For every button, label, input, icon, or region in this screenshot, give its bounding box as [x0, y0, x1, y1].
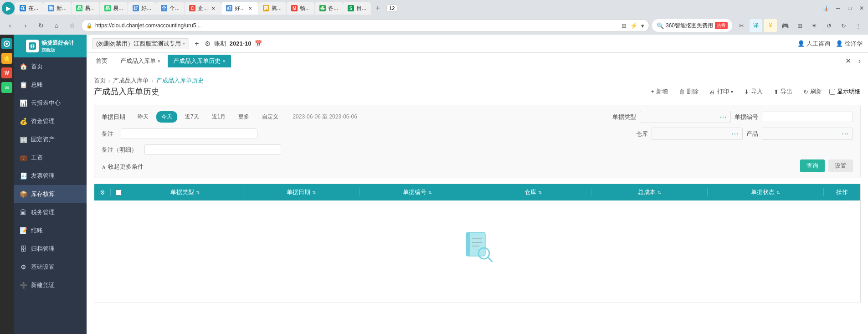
product-more-btn[interactable]: ⋯ — [842, 129, 849, 138]
user-avatar[interactable]: 👤 徐泽华 — [836, 40, 863, 48]
sidebar-item-payroll[interactable]: 💼 工资 — [14, 149, 87, 167]
type-select[interactable]: ⋯ — [640, 111, 731, 123]
add-button[interactable]: + 新增 — [647, 86, 672, 98]
tab-enterprise[interactable]: C 企... ✕ — [185, 2, 221, 15]
breadcrumb-home[interactable]: 首页 — [94, 77, 106, 85]
th-status[interactable]: 单据状态 ⇅ — [708, 188, 824, 196]
collapse-button[interactable]: ∧ 收起更多条件 — [102, 163, 144, 171]
tab-close-8[interactable]: ✕ — [247, 5, 253, 11]
export-button[interactable]: ⬆ 导出 — [770, 86, 796, 98]
tab-hao2[interactable]: 好 好... ✕ — [221, 2, 258, 15]
date-custom[interactable]: 自定义 — [257, 111, 283, 123]
number-filter-input[interactable] — [762, 112, 853, 122]
star-icon[interactable]: ⭐ — [1, 53, 12, 64]
display-checkbox-label[interactable]: 显示明细 — [829, 87, 861, 96]
th-type[interactable]: 单据类型 ⇅ — [127, 188, 243, 196]
back-circle[interactable]: ▶ — [2, 2, 15, 15]
th-total-cost[interactable]: 总成本 ⇅ — [591, 188, 708, 196]
page-tab-history[interactable]: 产成品入库单历史 × — [168, 55, 231, 67]
warehouse-select[interactable]: ⋯ — [652, 128, 743, 140]
date-1month[interactable]: 近1月 — [207, 111, 231, 123]
rotate-right-icon[interactable]: ↻ — [837, 19, 850, 32]
product-select[interactable]: ⋯ — [762, 128, 853, 140]
shirt-icon[interactable]: 👔 — [822, 4, 831, 13]
th-number[interactable]: 单据编号 ⇅ — [360, 188, 476, 196]
display-checkbox[interactable] — [829, 89, 835, 95]
sidebar-item-finance[interactable]: 💰 资金管理 — [14, 112, 87, 130]
tab-mu[interactable]: S 目... — [343, 2, 371, 15]
query-button[interactable]: 查询 — [800, 159, 825, 172]
more-icon[interactable]: ⋮ — [852, 19, 864, 32]
game-icon[interactable]: 🎮 — [779, 19, 791, 32]
delete-button[interactable]: 🗑 删除 — [675, 86, 702, 98]
tab-new[interactable]: 新 新... — [43, 2, 71, 15]
th-warehouse[interactable]: 仓库 ⇅ — [475, 188, 591, 196]
warehouse-more-btn[interactable]: ⋯ — [731, 129, 739, 138]
tab-hao1[interactable]: 好 好... — [128, 2, 156, 15]
refresh-button[interactable]: ↻ 刷新 — [800, 86, 826, 98]
sidebar-item-newbill[interactable]: ➕ 新建凭证 — [14, 276, 87, 294]
chevron-down-icon[interactable]: ▾ — [641, 22, 644, 29]
tab-chang[interactable]: M 畅... — [287, 2, 314, 15]
home-button[interactable]: ⌂ — [50, 19, 63, 32]
select-all-checkbox[interactable] — [116, 190, 122, 195]
tab-zaizai[interactable]: 在 在... — [15, 2, 43, 15]
th-settings[interactable]: ⚙ — [94, 189, 111, 196]
date-today[interactable]: 今天 — [156, 111, 177, 123]
sidebar-item-invoice[interactable]: 🧾 发票管理 — [14, 167, 87, 185]
sidebar-item-archive[interactable]: 🗄 归档管理 — [14, 240, 87, 258]
back-button[interactable]: ‹ — [4, 19, 16, 32]
tab-ge2[interactable]: 各 各... — [315, 2, 343, 15]
grid-icon[interactable]: ⊞ — [621, 22, 627, 29]
flash-icon[interactable]: ⚡ — [630, 22, 637, 29]
rotate-left-icon[interactable]: ↺ — [822, 19, 835, 32]
bookmark-button[interactable]: ☆ — [66, 19, 78, 32]
page-tab-list[interactable]: 产成品入库单 × — [115, 55, 166, 67]
type-more-btn[interactable]: ⋯ — [719, 113, 727, 121]
maximize-button[interactable]: □ — [845, 4, 854, 13]
minimize-button[interactable]: ─ — [833, 4, 842, 13]
layout-icon[interactable]: ⊞ — [793, 19, 806, 32]
tab-ge[interactable]: 个 个... — [156, 2, 184, 15]
mail-icon[interactable]: ✉ — [1, 82, 12, 93]
note-detail-filter-input[interactable] — [144, 144, 281, 155]
sidebar-item-tax[interactable]: 🏛 税务管理 — [14, 203, 87, 221]
date-more[interactable]: 更多 — [233, 111, 254, 123]
chanjet-icon[interactable] — [1, 38, 12, 49]
filter-settings-button[interactable]: 设置 — [828, 159, 853, 172]
print-button[interactable]: 🖨 打印 ▾ — [706, 86, 737, 98]
search-bar[interactable]: 🔍 360智能抠图免费用 热搜 — [652, 19, 732, 32]
user-service-button[interactable]: 👤 人工咨询 — [797, 40, 830, 48]
tab-teng[interactable]: 腾 腾... — [258, 2, 286, 15]
settings-button[interactable]: ⚙ — [205, 40, 211, 48]
panel-close-button[interactable]: ✕ — [842, 57, 855, 65]
add-company-button[interactable]: + — [193, 40, 200, 48]
date-7days[interactable]: 近7天 — [180, 111, 204, 123]
th-date[interactable]: 单据日期 ⇅ — [243, 188, 360, 196]
company-select[interactable]: (勿删勿禁用）江西服宝测试专用 ▾ — [92, 38, 189, 49]
calendar-icon[interactable]: 📅 — [255, 40, 262, 47]
translate-icon[interactable]: 译 — [750, 19, 762, 32]
scissors-icon[interactable]: ✂ — [735, 19, 748, 32]
url-input[interactable]: 🔒 https://cloud.chanjet.com/accounting/u… — [81, 19, 649, 32]
page-tab-home[interactable]: 首页 — [90, 55, 113, 67]
note-filter-input[interactable] — [121, 128, 257, 139]
close-button[interactable]: ✕ — [857, 4, 866, 13]
reload-button[interactable]: ↻ — [35, 19, 47, 32]
sidebar-item-settings[interactable]: ⚙ 基础设置 — [14, 258, 87, 276]
page-tab-list-close[interactable]: × — [158, 58, 160, 64]
sidebar-item-reports[interactable]: 📊 云报表中心 — [14, 94, 87, 112]
sidebar-item-inventory[interactable]: 📦 库存核算 — [14, 185, 87, 203]
page-tab-history-close[interactable]: × — [222, 58, 225, 64]
breadcrumb-list[interactable]: 产成品入库单 — [113, 77, 149, 85]
tab-yi1[interactable]: 易 易... — [72, 2, 99, 15]
forward-button[interactable]: › — [19, 19, 32, 32]
tab-yi2[interactable]: 易 易... — [100, 2, 128, 15]
weibo-icon[interactable]: W — [1, 67, 12, 78]
panel-chevron-icon[interactable]: › — [855, 57, 864, 65]
theme-icon[interactable]: ☀ — [808, 19, 821, 32]
date-yesterday[interactable]: 昨天 — [133, 111, 154, 123]
yuan-icon[interactable]: ¥ — [764, 19, 777, 32]
tab-close-7[interactable]: ✕ — [210, 5, 216, 11]
sidebar-item-home[interactable]: 🏠 首页 — [14, 57, 87, 76]
